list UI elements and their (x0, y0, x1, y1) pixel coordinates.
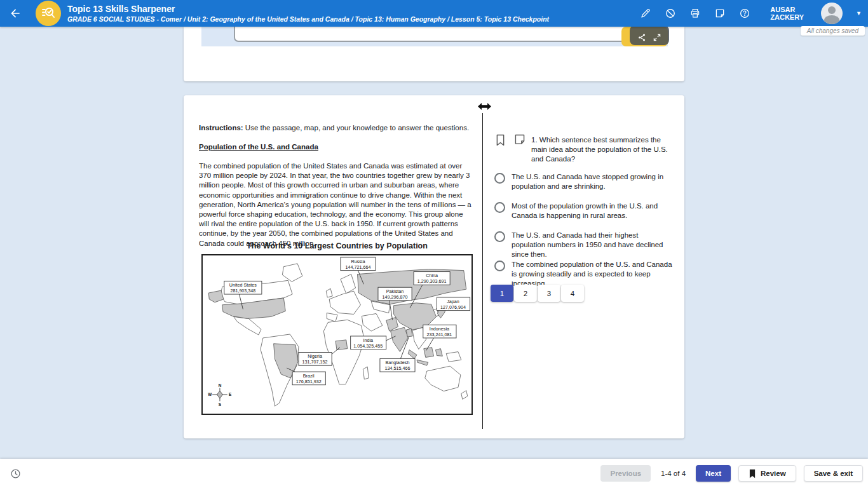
compass-rose-icon: N S W E (208, 383, 231, 407)
answer-option-label[interactable]: The U.S. and Canada had their highest po… (512, 231, 672, 259)
map-label-population: 1,290,303,691 (417, 279, 447, 284)
question-text: 1. Which sentence best summarizes the ma… (531, 135, 668, 164)
svg-text:E: E (229, 392, 231, 396)
map-figure: The World’s 10 Largest Countries by Popu… (201, 241, 473, 415)
map-label-country: India (363, 338, 373, 343)
map-label-country: Nigeria (308, 354, 322, 359)
map-label-country: China (426, 273, 438, 278)
previous-button[interactable]: Previous (600, 465, 651, 482)
activity-input-box (234, 27, 661, 42)
map-label-population: 144,721,664 (346, 265, 371, 270)
review-button[interactable]: Review (738, 465, 796, 482)
panel-divider (482, 113, 483, 429)
radio-button[interactable] (494, 173, 505, 184)
previous-activity-card (184, 27, 684, 81)
page-title: Topic 13 Skills Sharpener (67, 4, 640, 15)
annotate-pen-icon[interactable] (640, 8, 651, 19)
radio-button[interactable] (494, 202, 505, 213)
save-exit-button[interactable]: Save & exit (804, 465, 863, 482)
svg-text:Bangladesh134,515,466: Bangladesh134,515,466 (385, 360, 410, 371)
review-button-label: Review (761, 470, 786, 477)
save-status-badge: All changes saved (801, 26, 865, 36)
app-header: Topic 13 Skills Sharpener GRADE 6 SOCIAL… (0, 0, 868, 27)
bookmark-question-icon[interactable] (496, 134, 505, 146)
instructions-text: Use the passage, map, and your knowledge… (243, 124, 469, 132)
user-menu[interactable]: AUSAR ZACKERY (770, 6, 804, 21)
passage-body: The combined population of the United St… (199, 161, 475, 248)
map-label-population: 176,851,932 (296, 379, 322, 384)
print-icon[interactable] (689, 8, 701, 19)
fullscreen-icon[interactable] (653, 33, 661, 42)
svg-text:Indonesia233,241,081: Indonesia233,241,081 (426, 327, 452, 337)
svg-text:United States281,903,348: United States281,903,348 (229, 283, 257, 294)
answer-option-label[interactable]: Most of the population growth in the U.S… (512, 201, 672, 220)
share-icon[interactable] (637, 33, 646, 42)
map-label-population: 149,296,870 (383, 295, 408, 300)
app-logo-icon (36, 1, 61, 26)
country-shape-indonesia (417, 360, 428, 365)
map-label-country: United States (229, 283, 257, 288)
page-button-4[interactable]: 4 (561, 285, 584, 302)
instructions-line: Instructions: Use the passage, map, and … (199, 123, 473, 133)
map-label-country: Russia (351, 259, 365, 264)
country-shape-india (391, 327, 409, 351)
country-shape-indonesia (408, 350, 417, 359)
page-button-3[interactable]: 3 (538, 285, 560, 302)
passage-panel: Instructions: Use the passage, map, and … (199, 95, 473, 438)
country-shape-bangladesh (406, 329, 412, 337)
map-label-country: Brazil (303, 374, 315, 379)
next-button[interactable]: Next (696, 465, 731, 482)
avatar[interactable] (821, 3, 843, 24)
media-toolbar (630, 27, 669, 45)
back-button[interactable] (3, 1, 28, 26)
timer-clock-icon[interactable] (10, 468, 21, 479)
question-range-label: 1-4 of 4 (661, 470, 686, 477)
map-label-population: 1,054,325,455 (353, 344, 383, 349)
map-label-population: 127,076,904 (440, 305, 466, 310)
answer-option-label[interactable]: The U.S. and Canada have stopped growing… (512, 172, 672, 191)
page-button-2[interactable]: 2 (514, 285, 537, 302)
map-label-country: Indonesia (430, 327, 449, 332)
panel-resize-handle[interactable] (478, 102, 491, 111)
add-note-icon[interactable] (515, 134, 525, 145)
breadcrumb: GRADE 6 SOCIAL STUDIES - Comer / Unit 2:… (67, 15, 640, 24)
user-first-name: AUSAR (770, 6, 804, 13)
block-eliminate-icon[interactable] (665, 8, 676, 19)
question-panel: 1. Which sentence best summarizes the ma… (492, 95, 683, 438)
answer-option[interactable]: Most of the population growth in the U.S… (494, 201, 672, 220)
svg-text:W: W (208, 392, 212, 396)
review-bookmark-icon (749, 469, 756, 478)
map-label-population: 131,707,152 (302, 360, 328, 365)
country-shape-alaska (208, 290, 224, 302)
svg-text:S: S (219, 402, 221, 407)
passage-title: Population of the U.S. and Canada (199, 143, 318, 151)
svg-text:N: N (219, 383, 222, 388)
country-shape-indonesia (424, 348, 434, 358)
map-label-population: 281,903,348 (230, 288, 255, 294)
map-label-country: Japan (447, 299, 459, 304)
radio-button[interactable] (494, 231, 505, 242)
country-shape-indonesia (436, 349, 443, 356)
help-icon[interactable] (739, 8, 750, 19)
country-shape-nigeria (336, 340, 348, 350)
chevron-down-icon[interactable]: ▼ (856, 10, 862, 17)
map-title: The World’s 10 Largest Countries by Popu… (201, 241, 473, 250)
map-label-population: 233,241,081 (426, 332, 452, 337)
map-label-country: Pakistan (386, 289, 404, 294)
radio-button[interactable] (494, 261, 505, 271)
instructions-label: Instructions: (199, 124, 243, 132)
notes-icon[interactable] (714, 8, 726, 19)
map-label-country: Bangladesh (386, 360, 410, 365)
world-map: Russia144,721,664 China1,290,303,691 Uni… (201, 254, 473, 415)
answer-option[interactable]: The U.S. and Canada had their highest po… (494, 231, 672, 259)
question-pagination: 1 2 3 4 (491, 285, 584, 302)
map-label-population: 134,515,466 (385, 366, 410, 371)
user-last-name: ZACKERY (770, 13, 804, 21)
back-arrow-icon (9, 7, 22, 20)
bottom-toolbar: Previous 1-4 of 4 Next Review Save & exi… (0, 459, 868, 488)
answer-option[interactable]: The U.S. and Canada have stopped growing… (494, 172, 672, 191)
question-card: Instructions: Use the passage, map, and … (184, 95, 684, 438)
page-button-1[interactable]: 1 (491, 285, 513, 302)
